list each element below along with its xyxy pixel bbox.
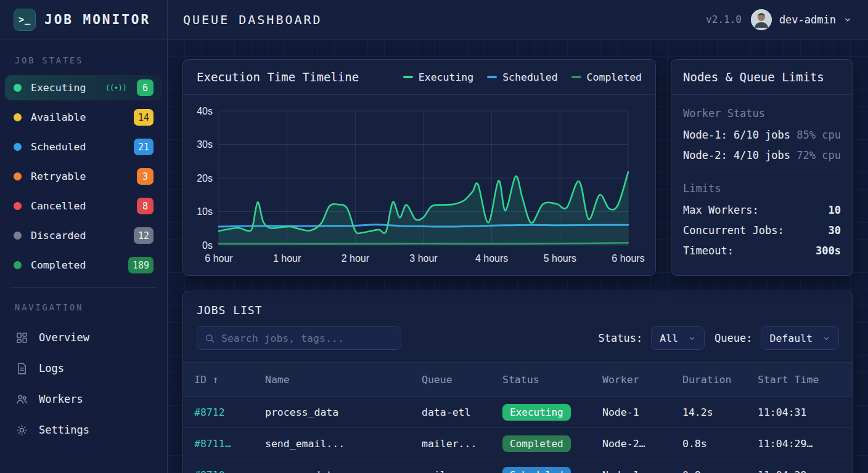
- sidebar-item-workers[interactable]: Workers: [5, 384, 162, 414]
- nodes-panel-title: Nodes & Queue Limits: [671, 60, 853, 95]
- queue-filter-select[interactable]: Default: [761, 326, 839, 350]
- column-header-queue[interactable]: Queue: [422, 374, 502, 386]
- table-row[interactable]: #8712 process_data data-etl Executing No…: [183, 397, 853, 428]
- job-name: send_email...: [265, 438, 422, 450]
- state-dot: [14, 202, 22, 210]
- state-dot: [14, 172, 22, 180]
- svg-text:0s: 0s: [202, 240, 213, 251]
- column-header-start-time[interactable]: Start Time: [758, 374, 853, 386]
- job-worker: Node-1: [602, 469, 682, 473]
- version-label: v2.1.0: [706, 14, 742, 25]
- sidebar-state-completed[interactable]: Completed 189: [5, 253, 162, 278]
- legend-item-executing: Executing: [403, 71, 473, 83]
- state-label: Available: [31, 111, 125, 123]
- limit-row-timeout: Timeout: 300s: [683, 245, 841, 257]
- svg-text:1 hour: 1 hour: [273, 253, 301, 264]
- svg-text:4 hours: 4 hours: [475, 253, 508, 264]
- state-dot: [14, 113, 22, 121]
- svg-text:10s: 10s: [197, 206, 213, 217]
- sidebar-item-overview[interactable]: Overview: [5, 322, 162, 353]
- svg-text:20s: 20s: [197, 173, 213, 184]
- nav-label: Overview: [39, 331, 89, 344]
- status-filter-group: Status: All: [599, 326, 705, 350]
- sidebar-divider: [10, 287, 157, 288]
- column-header-id[interactable]: ID ↑: [194, 374, 265, 386]
- sidebar-state-retryable[interactable]: Retryable 3: [5, 164, 162, 189]
- status-badge: Completed: [502, 435, 571, 452]
- status-badge: Executing: [502, 404, 571, 421]
- user-menu[interactable]: dev-admin: [751, 9, 852, 30]
- limit-label: Timeout:: [683, 245, 734, 257]
- document-icon: [15, 362, 28, 375]
- sidebar-state-available[interactable]: Available 14: [5, 105, 162, 130]
- sidebar-state-discarded[interactable]: Discarded 12: [5, 223, 162, 248]
- limit-row-concurrent-jobs: Concurrent Jobs: 30: [683, 224, 841, 236]
- worker-jobs: 6/10 jobs: [734, 129, 790, 141]
- legend-swatch: [403, 76, 413, 78]
- legend-label: Scheduled: [502, 71, 557, 83]
- job-start-time: 11:04:29…: [758, 438, 853, 450]
- jobs-table-header: ID ↑ Name Queue Status Worker Duration S…: [183, 362, 853, 397]
- count-badge: 14: [134, 109, 154, 126]
- topbar-right: v2.1.0 dev-admin: [706, 9, 868, 30]
- legend-item-completed: Completed: [571, 71, 642, 83]
- worker-name: Node-2:: [683, 149, 727, 161]
- column-header-duration[interactable]: Duration: [682, 374, 758, 386]
- svg-text:3 hour: 3 hour: [409, 253, 438, 264]
- column-header-name[interactable]: Name: [265, 374, 422, 386]
- page-title: QUEUE DASHBOARD: [183, 12, 322, 27]
- count-badge: 21: [134, 139, 154, 155]
- sidebar-item-settings[interactable]: Settings: [5, 414, 162, 445]
- legend-swatch: [571, 76, 581, 78]
- worker-name: Node-1:: [683, 129, 727, 141]
- column-header-status[interactable]: Status: [502, 374, 602, 386]
- jobs-list-panel: JOBS LIST Status: All: [182, 291, 853, 473]
- nav-label: Workers: [39, 393, 83, 405]
- job-name: process_data: [265, 469, 422, 473]
- state-dot: [14, 261, 22, 269]
- state-label: Discarded: [31, 230, 125, 241]
- state-label: Executing: [31, 82, 96, 94]
- svg-text:30s: 30s: [197, 139, 213, 150]
- navigation-heading: NAVIGATION: [15, 302, 152, 312]
- limit-value: 30: [829, 224, 841, 236]
- job-name: process_data: [265, 406, 422, 418]
- worker-status-heading: Worker Status: [683, 107, 841, 119]
- count-badge: 3: [137, 168, 154, 185]
- sidebar-state-cancelled[interactable]: Cancelled 8: [5, 193, 162, 219]
- svg-text:2 hour: 2 hour: [342, 253, 370, 264]
- legend-item-scheduled: Scheduled: [487, 71, 557, 83]
- job-id-link[interactable]: #8710: [194, 469, 265, 473]
- column-header-worker[interactable]: Worker: [602, 374, 682, 386]
- legend-label: Completed: [587, 71, 642, 83]
- job-start-time: 11:04:29: [758, 469, 853, 473]
- sidebar-item-logs[interactable]: Logs: [5, 353, 162, 384]
- chart-legend: Executing Scheduled Completed: [403, 71, 642, 83]
- sidebar-state-scheduled[interactable]: Scheduled 21: [5, 134, 162, 160]
- state-dot: [14, 232, 22, 240]
- users-icon: [15, 393, 28, 406]
- topbar: >_ JOB MONITOR QUEUE DASHBOARD v2.1.0 de…: [0, 0, 868, 39]
- status-filter-select[interactable]: All: [651, 326, 705, 350]
- job-worker: Node-2…: [602, 438, 682, 450]
- panel-divider: [683, 172, 841, 172]
- limit-value: 300s: [816, 245, 841, 257]
- sidebar-state-executing[interactable]: Executing ((•)) 6: [5, 75, 162, 100]
- timeline-chart: 0s10s20s30s40s6 hour1 hour2 hour3 hour4 …: [183, 95, 655, 275]
- limit-row-max-workers: Max Workers: 10: [683, 204, 841, 216]
- state-dot: [14, 84, 22, 92]
- limit-label: Max Workers:: [683, 204, 759, 216]
- gear-icon: [15, 424, 28, 437]
- main-content: Execution Time Timeline Executing Schedu…: [168, 39, 868, 473]
- table-row[interactable]: #8710 process_data mailer Scheduled Node…: [183, 459, 853, 473]
- job-duration: 0.8s: [682, 438, 758, 450]
- limit-value: 10: [829, 204, 841, 216]
- sidebar: JOB STATES Executing ((•)) 6 Available 1…: [0, 39, 168, 473]
- job-states-heading: JOB STATES: [15, 55, 152, 65]
- job-id-link[interactable]: #8711…: [194, 438, 265, 450]
- table-row[interactable]: #8711… send_email... mailer... Completed…: [183, 428, 853, 459]
- search-input[interactable]: [221, 333, 393, 344]
- worker-row-node-2: Node-2: 4/10 jobs 72% cpu: [683, 149, 841, 161]
- jobs-search[interactable]: [197, 326, 401, 350]
- job-id-link[interactable]: #8712: [194, 406, 265, 418]
